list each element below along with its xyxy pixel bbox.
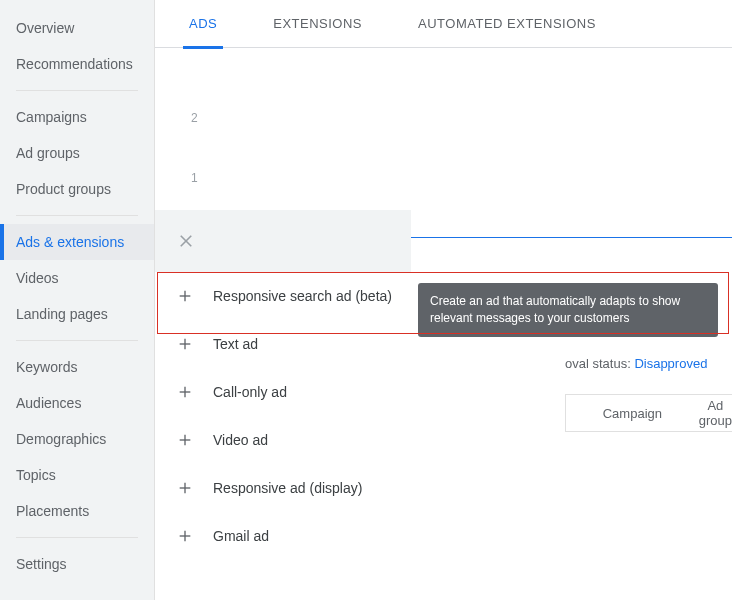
approval-status: oval status: Disapproved (565, 356, 707, 371)
menu-item-label: Text ad (213, 336, 258, 352)
sidebar: Overview Recommendations Campaigns Ad gr… (0, 0, 155, 600)
new-ad-menu: Responsive search ad (beta) Text ad Call… (155, 210, 411, 560)
column-campaign[interactable]: Campaign (566, 406, 699, 421)
sidebar-item-label: Demographics (16, 431, 106, 447)
close-icon[interactable] (177, 232, 195, 250)
sidebar-item-label: Topics (16, 467, 56, 483)
sidebar-item-label: Ad groups (16, 145, 80, 161)
sidebar-item-topics[interactable]: Topics (0, 457, 154, 493)
sidebar-item-ads-extensions[interactable]: Ads & extensions (0, 224, 154, 260)
sidebar-item-overview[interactable]: Overview (0, 10, 154, 46)
divider (16, 90, 138, 91)
menu-item-responsive-display-ad[interactable]: Responsive ad (display) (155, 464, 411, 512)
tooltip-text: Create an ad that automatically adapts t… (430, 294, 680, 325)
sidebar-item-label: Keywords (16, 359, 77, 375)
sidebar-item-settings[interactable]: Settings (0, 546, 154, 582)
sidebar-item-landing-pages[interactable]: Landing pages (0, 296, 154, 332)
sidebar-item-label: Settings (16, 556, 67, 572)
plus-icon (177, 288, 193, 304)
column-ad-group[interactable]: Ad group (699, 398, 732, 428)
divider (16, 537, 138, 538)
menu-item-call-only-ad[interactable]: Call-only ad (155, 368, 411, 416)
plus-icon (177, 480, 193, 496)
tab-extensions[interactable]: EXTENSIONS (273, 0, 362, 48)
plus-icon (177, 528, 193, 544)
menu-item-video-ad[interactable]: Video ad (155, 416, 411, 464)
sidebar-item-placements[interactable]: Placements (0, 493, 154, 529)
sidebar-item-ad-groups[interactable]: Ad groups (0, 135, 154, 171)
table-header: Campaign Ad group (565, 394, 732, 432)
sidebar-item-label: Product groups (16, 181, 111, 197)
tab-automated-extensions[interactable]: AUTOMATED EXTENSIONS (418, 0, 596, 48)
sidebar-item-product-groups[interactable]: Product groups (0, 171, 154, 207)
tab-label: EXTENSIONS (273, 16, 362, 31)
divider (16, 215, 138, 216)
sidebar-item-audiences[interactable]: Audiences (0, 385, 154, 421)
sidebar-item-label: Ads & extensions (16, 234, 124, 250)
tabs: ADS EXTENSIONS AUTOMATED EXTENSIONS (155, 0, 732, 48)
plus-icon (177, 384, 193, 400)
menu-item-label: Responsive ad (display) (213, 480, 362, 496)
tab-label: AUTOMATED EXTENSIONS (418, 16, 596, 31)
chart-ytick: 1 (191, 171, 198, 185)
sidebar-item-keywords[interactable]: Keywords (0, 349, 154, 385)
menu-item-label: Gmail ad (213, 528, 269, 544)
menu-item-responsive-search-ad[interactable]: Responsive search ad (beta) (155, 272, 411, 320)
plus-icon (177, 336, 193, 352)
sidebar-item-campaigns[interactable]: Campaigns (0, 99, 154, 135)
sidebar-item-label: Placements (16, 503, 89, 519)
menu-item-label: Call-only ad (213, 384, 287, 400)
status-label: oval status: (565, 356, 634, 371)
sidebar-item-label: Overview (16, 20, 74, 36)
sidebar-item-recommendations[interactable]: Recommendations (0, 46, 154, 82)
menu-item-text-ad[interactable]: Text ad (155, 320, 411, 368)
sidebar-item-videos[interactable]: Videos (0, 260, 154, 296)
sidebar-item-label: Videos (16, 270, 59, 286)
tab-label: ADS (189, 16, 217, 31)
divider (16, 340, 138, 341)
sidebar-item-label: Landing pages (16, 306, 108, 322)
sidebar-item-demographics[interactable]: Demographics (0, 421, 154, 457)
menu-header (155, 210, 411, 272)
status-value[interactable]: Disapproved (634, 356, 707, 371)
plus-icon (177, 432, 193, 448)
menu-item-gmail-ad[interactable]: Gmail ad (155, 512, 411, 560)
menu-item-label: Video ad (213, 432, 268, 448)
tab-ads[interactable]: ADS (189, 0, 217, 48)
tooltip: Create an ad that automatically adapts t… (418, 283, 718, 337)
sidebar-item-label: Audiences (16, 395, 81, 411)
menu-item-label: Responsive search ad (beta) (213, 288, 392, 304)
chart-ytick: 2 (191, 111, 198, 125)
sidebar-item-label: Campaigns (16, 109, 87, 125)
sidebar-item-label: Recommendations (16, 56, 133, 72)
